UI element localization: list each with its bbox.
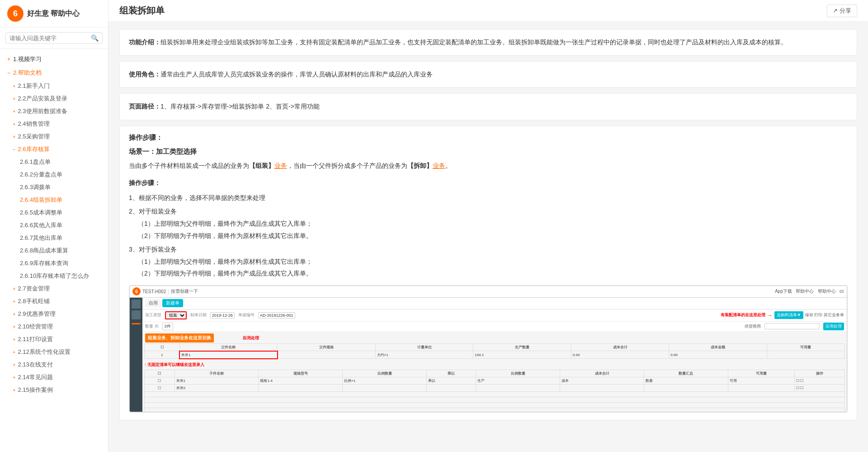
- mock-qty-label: 数量 共: [145, 324, 159, 329]
- lth-cost: 成本合计: [560, 370, 644, 377]
- topbar: 组装拆卸单 ↗ 分享: [108, 0, 868, 22]
- main-content: 组装拆卸单 ↗ 分享 功能介绍：组装拆卸单用来处理企业组装或拆卸等加工业务，支持…: [108, 0, 868, 452]
- share-button[interactable]: ↗ 分享: [827, 5, 857, 17]
- lth-check: ☐: [145, 370, 175, 377]
- sidebar-item-purchase[interactable]: + 2.5采购管理: [13, 130, 108, 143]
- sidebar-item-finance-label: 2.7资金管理: [18, 285, 49, 293]
- lth-spec: 规格型号: [259, 370, 343, 377]
- mock-bom-btn[interactable]: 选购料清单▼: [774, 311, 803, 319]
- path-label: 页面路径：: [129, 103, 160, 110]
- sidebar-item-2610[interactable]: 2.6.10库存账本错了怎么办: [20, 270, 108, 282]
- mock-upper-table: ☐ 父件名称 父件规格 计量单位 生产数量 成本合计 成本金额 可用量: [144, 343, 845, 359]
- mock-nav-icon-1: [132, 300, 141, 309]
- plus-icon-sales: +: [13, 121, 15, 127]
- sidebar-item-payment[interactable]: + 2.13在线支付: [13, 358, 108, 371]
- sidebar-item-docs[interactable]: − 2.帮助文档: [0, 66, 108, 80]
- sidebar-item-data[interactable]: + 2.3使用前数据准备: [13, 105, 108, 118]
- arrow-right-icon: →: [767, 312, 773, 319]
- func-intro-card: 功能介绍：组装拆卸单用来处理企业组装或拆卸等加工业务，支持有固定装配清单的产品加…: [119, 29, 857, 56]
- scene1-desc: 当由多个子件材料组装成一个成品的业务为【组装】业务，当由一个父件拆分成多个子产品…: [129, 160, 848, 172]
- mock-appbar: 6 TEST-H002 | 按需创建一下 App下载 帮助中心 帮助中心 cc: [130, 286, 847, 298]
- search-input[interactable]: [9, 35, 91, 42]
- role-label: 使用角色：: [129, 71, 160, 78]
- sidebar-item-video[interactable]: + 1.视频学习: [0, 52, 108, 66]
- mock-lower-table: ☐ 子件名称 规格型号 比例数量 乘以 比例数量 成本合计 数量汇总 可用量: [144, 370, 845, 412]
- plus-icon-mobile: +: [13, 299, 15, 304]
- logo-area: 6 好生意 帮助中心: [0, 0, 108, 28]
- role-card: 使用角色：通常由生产人员或库管人员完成拆装业务的操作，库管人员确认原材料的出库和…: [119, 61, 857, 88]
- ops-section: 操作步骤： 场景一：加工类型选择 当由多个子件材料组装成一个成品的业务为【组装】…: [119, 126, 857, 420]
- mock-nav-icon-2: [132, 310, 141, 319]
- mock-apply-btn[interactable]: 应用处理: [823, 323, 844, 330]
- ops-title: 操作步骤：: [129, 133, 848, 142]
- sidebar-item-264[interactable]: 2.6.4组装拆卸单: [20, 194, 108, 206]
- sidebar-item-mobile[interactable]: + 2.8手机旺铺: [13, 295, 108, 308]
- yewu1-link[interactable]: 业务: [274, 162, 287, 169]
- content-area: 功能介绍：组装拆卸单用来处理企业组装或拆卸等加工业务，支持有固定装配清单的产品加…: [108, 22, 868, 452]
- sidebar-item-262[interactable]: 2.6.2分量盘点单: [20, 168, 108, 181]
- sidebar-item-sales[interactable]: + 2.4销售管理: [13, 118, 108, 130]
- search-box[interactable]: 🔍: [5, 32, 103, 44]
- sidebar-item-print-label: 2.11打印设置: [18, 335, 52, 343]
- mock-extra-btns: 保存 打印 其它业务单: [805, 312, 844, 318]
- mock-annotation-inline-area: ↑ 无固定清单可以继续在这里录入: [142, 360, 847, 369]
- mock-date-value: 2019-12-26: [210, 312, 235, 319]
- mock-nav-active: [132, 323, 141, 324]
- sidebar-item-261[interactable]: 2.6.1盘点单: [20, 156, 108, 168]
- lth-ratio2: 比例数量: [476, 370, 560, 377]
- logo-text: 好生意 帮助中心: [27, 9, 80, 19]
- mock-upper-table-wrap: ☐ 父件名称 父件规格 计量单位 生产数量 成本合计 成本金额 可用量: [142, 343, 847, 360]
- search-icon[interactable]: 🔍: [91, 34, 99, 42]
- annotation-inline-text: ↑ 无固定清单可以继续在这里录入: [144, 362, 204, 367]
- plus-icon-ops: +: [13, 324, 15, 329]
- sidebar-item-mobile-label: 2.8手机旺铺: [18, 297, 49, 305]
- plus-icon-faq: +: [13, 375, 15, 380]
- sidebar-item-cases[interactable]: + 2.15操作案例: [13, 384, 108, 396]
- mock-lower-row-1: ☐ 米米1 规格1-4 比例+1 乘以 生产 成本 数量 可用: [145, 377, 845, 384]
- func-label: 功能介绍：: [129, 38, 160, 46]
- th-avail2: 可用量: [767, 343, 844, 351]
- mock-sidenav: [130, 298, 142, 412]
- sidebar-item-settings[interactable]: + 2.12系统个性化设置: [13, 346, 108, 358]
- mock-supply-input[interactable]: [764, 323, 820, 329]
- sidebar-item-newbie[interactable]: + 2.1新手入门: [13, 80, 108, 92]
- screenshot-container: 6 TEST-H002 | 按需创建一下 App下载 帮助中心 帮助中心 cc: [129, 285, 848, 413]
- sidebar-item-print[interactable]: + 2.11打印设置: [13, 333, 108, 346]
- sidebar-item-ops[interactable]: + 2.10经营管理: [13, 320, 108, 333]
- plus-icon-finance: +: [13, 286, 15, 291]
- plus-icon-video: +: [7, 56, 10, 62]
- plus-icon-cases: +: [13, 387, 15, 393]
- mock-no-label: 单据编号: [238, 312, 255, 318]
- mock-right-icons: App下载 帮助中心 帮助中心 cc: [775, 288, 844, 295]
- sidebar-item-268[interactable]: 2.6.8商品成本重算: [20, 244, 108, 257]
- th-qty2: 生产数量: [473, 343, 571, 351]
- sidebar-item-267[interactable]: 2.6.7其他出库单: [20, 232, 108, 244]
- sidebar-item-263[interactable]: 2.6.3调拨单: [20, 181, 108, 194]
- mock-upper-row-1: 1 米米1 大约+1 100.1 0.00 0.00: [145, 351, 845, 359]
- sidebar-item-inventory-label: 2.6库存核算: [18, 145, 49, 153]
- sidebar-item-265[interactable]: 2.6.5成本调整单: [20, 206, 108, 219]
- yewu2-link[interactable]: 业务: [433, 162, 445, 169]
- lth-sum: 数量汇总: [644, 370, 728, 377]
- lth-name: 子件名称: [175, 370, 259, 377]
- mock-supply-label: 供货商用: [745, 324, 761, 329]
- sidebar-item-269[interactable]: 2.6.9库存账本查询: [20, 257, 108, 270]
- mock-tab-ziyong[interactable]: 自用: [145, 299, 161, 307]
- sidebar-item-install[interactable]: + 2.2产品安装及登录: [13, 92, 108, 105]
- mock-type-select[interactable]: 组装 拆卸: [165, 311, 187, 319]
- sidebar-item-coupon[interactable]: + 2.9优惠券管理: [13, 308, 108, 320]
- th-cost: 成本合计: [571, 343, 669, 351]
- nav-sub-inventory: 2.6.1盘点单 2.6.2分量盘点单 2.6.3调拨单 2.6.4组装拆卸单 …: [13, 156, 108, 282]
- sidebar-item-data-label: 2.3使用前数据准备: [18, 107, 67, 115]
- sidebar-item-finance[interactable]: + 2.7资金管理: [13, 282, 108, 295]
- mock-tab-new[interactable]: 新建单: [162, 299, 183, 307]
- plus-icon-purchase: +: [13, 134, 15, 139]
- mock-qty-row: 数量 共 3件 供货商用 应用处理: [142, 322, 847, 332]
- sidebar-item-266[interactable]: 2.6.6其他入库单: [20, 219, 108, 232]
- plus-icon-settings: +: [13, 349, 15, 355]
- sidebar-item-faq[interactable]: + 2.14常见问题: [13, 371, 108, 384]
- sidebar-item-inventory[interactable]: − 2.6库存核算: [13, 143, 108, 156]
- sidebar-item-purchase-label: 2.5采购管理: [18, 133, 49, 141]
- lth-times: 乘以: [426, 370, 476, 377]
- mock-lower-row-6: [145, 408, 845, 412]
